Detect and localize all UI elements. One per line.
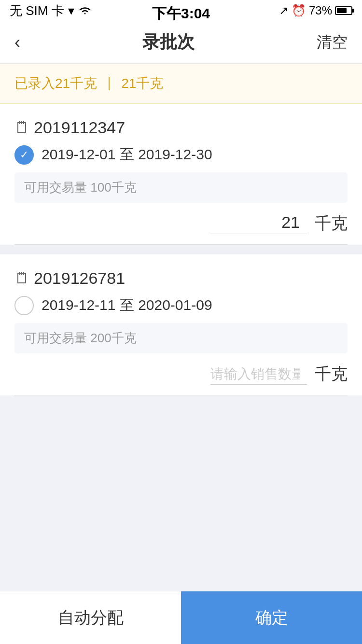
battery-percent: 73% [309, 4, 332, 17]
batch-select-2[interactable]: 2019-12-11 至 2020-01-09 [14, 295, 348, 315]
status-bar: 无 SIM 卡 ▾ 下午3:04 ↗ ⏰ 73% [0, 0, 362, 21]
battery-icon [335, 6, 352, 15]
quantity-row-1: 千克 [0, 203, 362, 235]
available-qty-box-2: 可用交易量 200千克 [14, 323, 348, 353]
radio-2[interactable] [14, 296, 34, 315]
page-title: 录批次 [142, 30, 195, 54]
wifi-icon: ▾ [68, 3, 74, 18]
status-left: 无 SIM 卡 ▾ [10, 2, 92, 19]
available-qty-box-1: 可用交易量 100千克 [14, 172, 348, 203]
clear-button[interactable]: 清空 [317, 32, 348, 53]
batch-item-2: 🗒 2019126781 2019-12-11 至 2020-01-09 可用交… [0, 254, 362, 395]
batch-id-1: 2019112347 [34, 118, 125, 137]
section-gap-1 [0, 245, 362, 254]
check-icon-1: ✓ [20, 149, 28, 161]
summary-label: 已录入21千克 [14, 74, 97, 93]
summary-value: 21千克 [121, 74, 163, 93]
alarm-icon: ⏰ [292, 4, 306, 17]
summary-divider [109, 77, 110, 90]
wifi-signal-icon [78, 6, 92, 15]
available-qty-2: 可用交易量 200千克 [24, 331, 137, 345]
summary-bar: 已录入21千克 21千克 [0, 64, 362, 104]
batch-select-1[interactable]: ✓ 2019-12-01 至 2019-12-30 [14, 145, 348, 165]
batch-date-2: 2019-12-11 至 2020-01-09 [42, 295, 212, 315]
doc-icon-2: 🗒 [14, 269, 30, 287]
bottom-bar: 自动分配 确定 [0, 591, 362, 644]
unit-2: 千克 [315, 363, 348, 385]
content-wrapper: 已录入21千克 21千克 🗒 2019112347 ✓ 2019-12-01 至… [0, 64, 362, 448]
status-time: 下午3:04 [152, 4, 210, 24]
status-right: ↗ ⏰ 73% [279, 4, 352, 17]
back-button[interactable]: ‹ [14, 32, 20, 53]
confirm-button[interactable]: 确定 [181, 591, 362, 644]
batch-item-1: 🗒 2019112347 ✓ 2019-12-01 至 2019-12-30 可… [0, 104, 362, 245]
auto-distribute-button[interactable]: 自动分配 [0, 591, 181, 644]
radio-1[interactable]: ✓ [14, 145, 34, 165]
available-qty-1: 可用交易量 100千克 [24, 180, 137, 195]
quantity-row-2: 千克 [0, 353, 362, 385]
batch-date-1: 2019-12-01 至 2019-12-30 [42, 145, 212, 165]
divider-2 [14, 395, 348, 395]
location-icon: ↗ [279, 4, 289, 17]
carrier-text: 无 SIM 卡 [10, 2, 64, 19]
unit-1: 千克 [315, 212, 348, 235]
batch-id-2: 2019126781 [34, 269, 125, 288]
doc-icon-1: 🗒 [14, 119, 30, 137]
quantity-input-2[interactable] [210, 364, 307, 385]
nav-bar: ‹ 录批次 清空 [0, 21, 362, 64]
quantity-input-1[interactable] [210, 213, 307, 234]
